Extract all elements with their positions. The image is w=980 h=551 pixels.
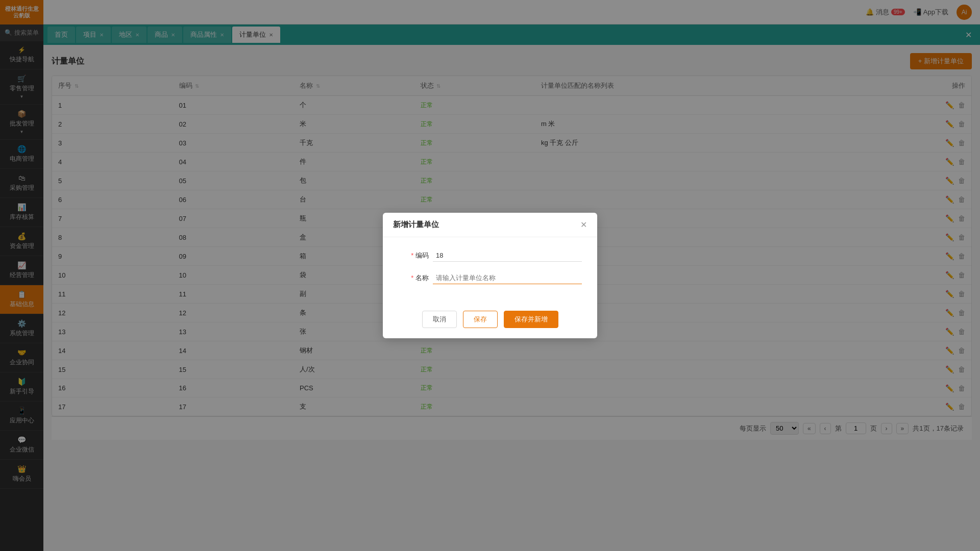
form-row-name: 名称: [398, 272, 582, 284]
modal-footer: 取消 保存 保存并新增: [383, 305, 597, 338]
modal-header: 新增计量单位 ✕: [383, 213, 597, 237]
form-row-code: 编码: [398, 249, 582, 262]
modal-title: 新增计量单位: [393, 220, 439, 230]
add-unit-modal: 新增计量单位 ✕ 编码 名称 取消 保存 保存并新增: [383, 213, 597, 338]
code-input[interactable]: [433, 249, 582, 262]
code-label: 编码: [398, 251, 429, 260]
name-input[interactable]: [433, 272, 582, 284]
save-button[interactable]: 保存: [463, 311, 498, 328]
modal-body: 编码 名称: [383, 237, 597, 305]
modal-overlay: 新增计量单位 ✕ 编码 名称 取消 保存 保存并新增: [0, 0, 980, 551]
modal-close-button[interactable]: ✕: [580, 221, 587, 229]
name-label: 名称: [398, 273, 429, 283]
cancel-button[interactable]: 取消: [422, 311, 457, 328]
save-add-button[interactable]: 保存并新增: [504, 311, 558, 328]
